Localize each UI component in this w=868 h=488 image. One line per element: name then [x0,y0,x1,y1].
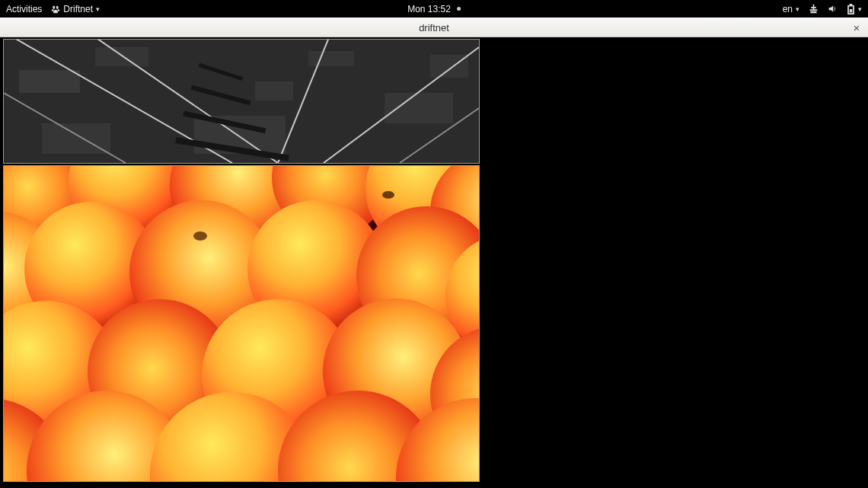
window-titlebar: driftnet × [0,18,868,37]
captured-image-peaches[interactable] [3,165,480,482]
captured-image-tracks[interactable] [3,39,480,164]
app-menu-label: Driftnet [63,4,93,14]
network-indicator[interactable] [809,4,819,14]
svg-rect-4 [95,47,148,66]
window-title: driftnet [419,22,449,33]
clock-label: Mon 13:52 [407,4,451,14]
clock[interactable]: Mon 13:52 [407,4,461,14]
chevron-down-icon: ▾ [796,5,799,13]
input-source-label: en [783,4,793,14]
wired-network-icon [809,4,819,14]
chevron-down-icon: ▾ [96,5,100,13]
gnome-topbar: Activities Driftnet ▾ Mon 13:52 en ▾ [0,0,868,18]
volume-icon [828,4,838,14]
foot-icon [51,5,60,14]
volume-indicator[interactable] [828,4,838,14]
app-menu[interactable]: Driftnet ▾ [51,4,100,14]
svg-point-36 [193,231,207,241]
close-icon: × [854,21,860,34]
activities-button[interactable]: Activities [6,4,42,14]
svg-point-37 [382,191,394,199]
notification-dot-icon [457,7,461,11]
svg-rect-1 [19,70,80,93]
power-indicator[interactable]: ▾ [847,4,862,14]
chevron-down-icon: ▾ [858,5,862,13]
svg-rect-6 [42,123,110,154]
battery-icon [847,4,855,14]
close-button[interactable]: × [850,21,863,34]
svg-rect-8 [430,55,468,78]
svg-rect-7 [255,81,293,100]
driftnet-canvas [0,37,868,488]
svg-rect-2 [385,93,453,123]
input-source[interactable]: en ▾ [783,4,799,14]
svg-rect-5 [308,51,354,66]
